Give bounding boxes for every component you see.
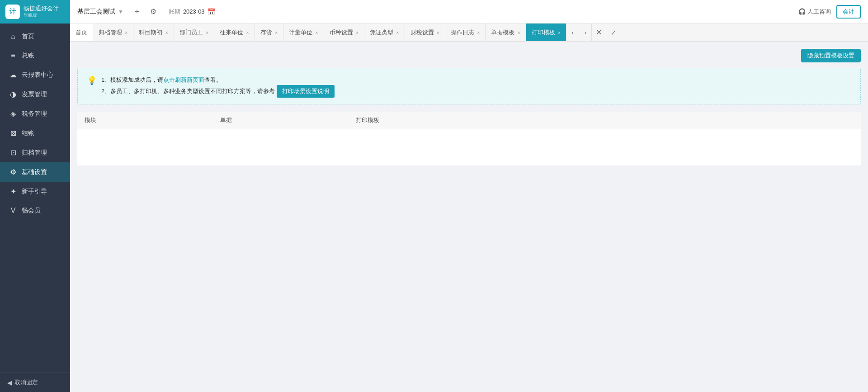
sidebar-item-ledger[interactable]: ≡总账 xyxy=(0,46,70,65)
tab-expand-button[interactable]: ⤢ xyxy=(606,24,621,42)
period-label: 账期 xyxy=(169,8,180,16)
info-line1-prefix: 1、模板添加成功后，请 xyxy=(101,76,163,83)
unpin-icon: ◀ xyxy=(7,379,12,386)
sidebar-label-ledger: 总账 xyxy=(22,52,34,60)
tab-next-button[interactable]: › xyxy=(579,24,592,42)
tab-label-home: 首页 xyxy=(75,28,87,37)
col-module: 模块 xyxy=(77,116,213,124)
period-display: 账期 2023-03 📅 xyxy=(169,8,215,16)
sidebar-item-archive[interactable]: ⊡归档管理 xyxy=(0,143,70,162)
tab-inventory[interactable]: 存货× xyxy=(255,24,283,42)
period-value: 2023-03 xyxy=(183,8,205,15)
tab-close-print-tpl[interactable]: × xyxy=(558,30,561,35)
sidebar-nav: ⌂首页≡总账☁云报表中心◑发票管理◈税务管理⊠结账⊡归档管理⚙基础设置✦新手引导… xyxy=(0,24,70,373)
sidebar-item-report[interactable]: ☁云报表中心 xyxy=(0,65,70,85)
sidebar-unpin[interactable]: ◀ 取消固定 xyxy=(0,373,70,392)
tab-account-init[interactable]: 科目期初× xyxy=(133,24,174,42)
sidebar-label-report: 云报表中心 xyxy=(22,71,53,79)
tab-label-tax-setting: 财税设置 xyxy=(410,28,434,37)
sidebar-item-home[interactable]: ⌂首页 xyxy=(0,27,70,46)
sidebar-item-member[interactable]: V畅会员 xyxy=(0,201,70,220)
bulb-icon: 💡 xyxy=(87,76,97,85)
sidebar-item-closing[interactable]: ⊠结账 xyxy=(0,123,70,143)
tab-label-unit: 计量单位 xyxy=(289,28,312,37)
tab-currency[interactable]: 币种设置× xyxy=(324,24,364,42)
main-area: 基层工会测试 ▼ ＋ ⚙ 账期 2023-03 📅 🎧 人工咨询 会计 首页归档… xyxy=(70,0,868,392)
refresh-link[interactable]: 点击刷新新页面 xyxy=(163,76,204,83)
tab-prev-button[interactable]: ‹ xyxy=(566,24,579,42)
tab-label-op-log: 操作日志 xyxy=(451,28,474,37)
tab-close-archive[interactable]: × xyxy=(125,30,127,35)
tab-label-dept-staff: 部门员工 xyxy=(179,28,203,37)
tab-tax-setting[interactable]: 财税设置× xyxy=(405,24,445,42)
guide-icon: ✦ xyxy=(9,187,17,196)
sidebar-item-invoice[interactable]: ◑发票管理 xyxy=(0,85,70,104)
print-scene-button[interactable]: 打印场景设置说明 xyxy=(277,85,335,97)
calendar-icon[interactable]: 📅 xyxy=(208,8,215,15)
tab-label-archive: 归档管理 xyxy=(99,28,122,37)
org-selector[interactable]: 基层工会测试 ▼ xyxy=(77,8,123,16)
basic-icon: ⚙ xyxy=(9,168,17,176)
tab-label-inventory: 存货 xyxy=(260,28,272,37)
tab-close-single-form[interactable]: × xyxy=(517,30,520,35)
unpin-label: 取消固定 xyxy=(14,378,38,387)
tab-single-form[interactable]: 单据模板× xyxy=(486,24,526,42)
sidebar-label-guide: 新手引导 xyxy=(22,188,47,196)
tab-close-currency[interactable]: × xyxy=(356,30,359,35)
settings-button[interactable]: ⚙ xyxy=(147,5,160,18)
tab-close-op-log[interactable]: × xyxy=(477,30,480,35)
tab-label-contact: 往来单位 xyxy=(220,28,243,37)
table-header: 模块 单据 打印模板 xyxy=(77,112,861,129)
sidebar-label-invoice: 发票管理 xyxy=(22,90,47,99)
topbar-actions: ＋ ⚙ xyxy=(131,5,160,18)
tab-label-single-form: 单据模板 xyxy=(491,28,514,37)
report-icon: ☁ xyxy=(9,71,17,79)
tab-print-tpl[interactable]: 打印模板× xyxy=(526,24,566,42)
tab-unit[interactable]: 计量单位× xyxy=(283,24,324,42)
sidebar-item-guide[interactable]: ✦新手引导 xyxy=(0,182,70,201)
sidebar-item-basic[interactable]: ⚙基础设置 xyxy=(0,162,70,182)
info-box: 💡 1、模板添加成功后，请点击刷新新页面查看。 2、多员工、多打印机、多种业务类… xyxy=(77,68,861,104)
org-name: 基层工会测试 xyxy=(77,8,115,16)
tab-close-unit[interactable]: × xyxy=(315,30,318,35)
tab-close-account-init[interactable]: × xyxy=(165,30,168,35)
invoice-icon: ◑ xyxy=(9,90,17,99)
sidebar-label-archive: 归档管理 xyxy=(22,149,47,157)
tab-label-account-init: 科目期初 xyxy=(139,28,162,37)
tab-op-log[interactable]: 操作日志× xyxy=(445,24,486,42)
logo-icon: 计 xyxy=(5,5,20,19)
tax-icon: ◈ xyxy=(9,109,17,118)
tab-close-contact[interactable]: × xyxy=(246,30,249,35)
sidebar: 计 畅捷通好会计 旗舰版 ⌂首页≡总账☁云报表中心◑发票管理◈税务管理⊠结账⊡归… xyxy=(0,0,70,392)
logo-sub: 旗舰版 xyxy=(24,12,59,19)
logo-main: 畅捷通好会计 xyxy=(24,5,59,13)
topbar: 基层工会测试 ▼ ＋ ⚙ 账期 2023-03 📅 🎧 人工咨询 会计 xyxy=(70,0,868,24)
tab-archive[interactable]: 归档管理× xyxy=(93,24,133,42)
tab-label-currency: 币种设置 xyxy=(330,28,353,37)
tab-contact[interactable]: 往来单位× xyxy=(214,24,255,42)
info-text: 1、模板添加成功后，请点击刷新新页面查看。 2、多员工、多打印机、多种业务类型设… xyxy=(101,75,335,98)
tab-close-inventory[interactable]: × xyxy=(275,30,278,35)
tab-label-voucher-type: 凭证类型 xyxy=(370,28,393,37)
kuaiji-button[interactable]: 会计 xyxy=(836,5,861,19)
support-label: 人工咨询 xyxy=(807,8,831,16)
hide-template-button[interactable]: 隐藏预置模板设置 xyxy=(801,49,861,62)
org-chevron-icon: ▼ xyxy=(118,9,123,15)
add-tab-button[interactable]: ＋ xyxy=(131,5,143,18)
tab-close-dept-staff[interactable]: × xyxy=(206,30,208,35)
tab-home[interactable]: 首页 xyxy=(70,24,93,42)
table-body xyxy=(77,129,861,165)
tab-dept-staff[interactable]: 部门员工× xyxy=(174,24,214,42)
tab-close-all-button[interactable]: ✕ xyxy=(592,24,606,42)
tab-close-tax-setting[interactable]: × xyxy=(437,30,439,35)
tab-voucher-type[interactable]: 凭证类型× xyxy=(364,24,405,42)
print-template-table: 模块 单据 打印模板 xyxy=(77,112,861,165)
tab-label-print-tpl: 打印模板 xyxy=(532,28,555,37)
archive-icon: ⊡ xyxy=(9,148,17,157)
sidebar-item-tax[interactable]: ◈税务管理 xyxy=(0,104,70,123)
sidebar-label-home: 首页 xyxy=(22,33,34,41)
home-icon: ⌂ xyxy=(9,33,17,41)
support-button[interactable]: 🎧 人工咨询 xyxy=(798,8,831,16)
ledger-icon: ≡ xyxy=(9,52,17,60)
tab-close-voucher-type[interactable]: × xyxy=(396,30,399,35)
